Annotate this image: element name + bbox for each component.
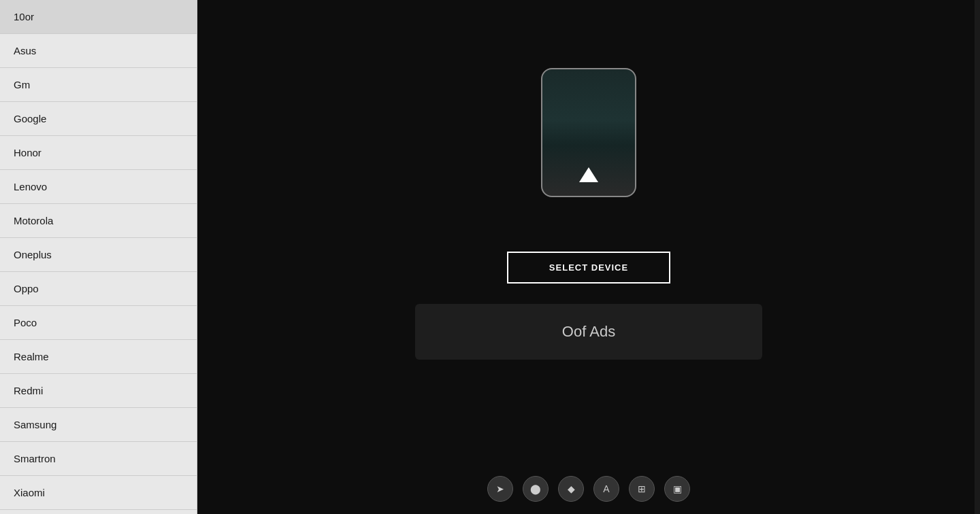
scrollbar-track	[975, 0, 980, 514]
sidebar: 10orAsusGmGoogleHonorLenovoMotorolaOnepl…	[0, 0, 197, 514]
send-icon[interactable]: ➤	[487, 476, 513, 502]
sidebar-item-lenovo[interactable]: Lenovo	[0, 170, 197, 204]
sidebar-item-xiaomi[interactable]: Xiaomi	[0, 476, 197, 510]
sidebar-item-oppo[interactable]: Oppo	[0, 272, 197, 306]
oof-ads-banner: Oof Ads	[415, 304, 762, 360]
main-area: SELECT DEVICE Oof Ads ➤⬤◆A⊞▣	[197, 0, 980, 514]
phone-illustration	[541, 68, 636, 197]
translate-icon[interactable]: A	[593, 476, 619, 502]
select-device-button[interactable]: SELECT DEVICE	[507, 252, 670, 284]
sidebar-item-yu[interactable]: Yu	[0, 510, 197, 514]
sidebar-item-redmi[interactable]: Redmi	[0, 374, 197, 408]
sidebar-item-realme[interactable]: Realme	[0, 340, 197, 374]
sidebar-item-poco[interactable]: Poco	[0, 306, 197, 340]
sidebar-item-asus[interactable]: Asus	[0, 34, 197, 68]
sidebar-item-google[interactable]: Google	[0, 102, 197, 136]
sidebar-item-motorola[interactable]: Motorola	[0, 204, 197, 238]
sidebar-item-samsung[interactable]: Samsung	[0, 408, 197, 442]
sidebar-item-gm[interactable]: Gm	[0, 68, 197, 102]
oof-ads-text: Oof Ads	[562, 323, 615, 340]
diamond-icon[interactable]: ◆	[558, 476, 584, 502]
phone-home-indicator	[579, 167, 598, 182]
github-icon[interactable]: ⬤	[523, 476, 549, 502]
phone-mockup	[541, 68, 636, 197]
sidebar-item-10or[interactable]: 10or	[0, 0, 197, 34]
footer-icons-bar: ➤⬤◆A⊞▣	[487, 476, 690, 502]
grid-icon[interactable]: ⊞	[629, 476, 655, 502]
book-icon[interactable]: ▣	[664, 476, 690, 502]
sidebar-item-honor[interactable]: Honor	[0, 136, 197, 170]
sidebar-item-smartron[interactable]: Smartron	[0, 442, 197, 476]
sidebar-item-oneplus[interactable]: Oneplus	[0, 238, 197, 272]
